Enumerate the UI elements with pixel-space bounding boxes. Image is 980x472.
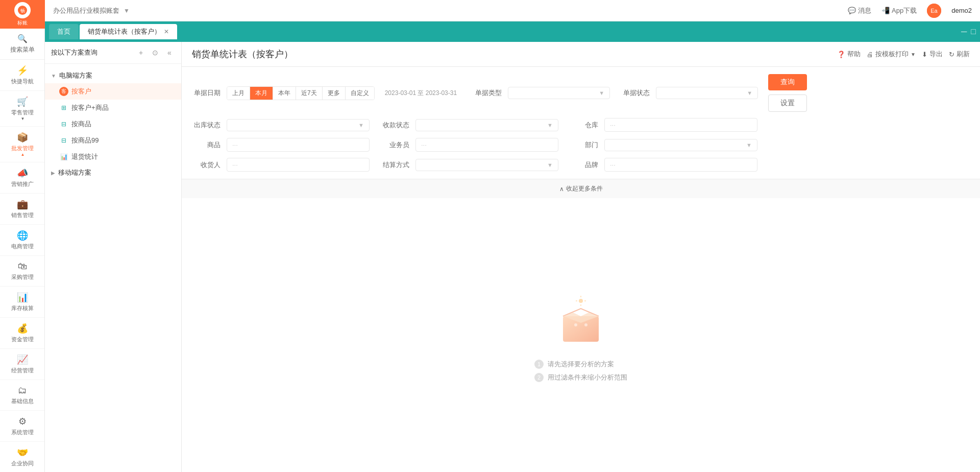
shortcut-icon: ⚡ [17, 65, 28, 76]
message-btn[interactable]: 💬 消息 [848, 6, 871, 15]
tab-close-icon[interactable]: ✕ [164, 28, 169, 35]
search-label: 搜索菜单 [0, 45, 44, 54]
empty-tip-1: 1 请先选择要分析的方案 [534, 360, 627, 369]
tree-item-return-stats[interactable]: 📊 退货统计 [45, 149, 181, 165]
app-download-label: App下载 [892, 6, 917, 15]
operations-icon: 📈 [17, 354, 28, 365]
tree-group-mobile-header[interactable]: ▶ 移动端方案 [45, 165, 181, 180]
this-month-btn[interactable]: 本月 [250, 87, 273, 100]
help-btn[interactable]: ❓ 帮助 [837, 50, 861, 59]
svg-point-9 [584, 323, 587, 326]
window-maximize-btn[interactable]: □ [971, 27, 976, 36]
last-month-btn[interactable]: 上月 [227, 87, 250, 100]
tree-group-pc: ▼ 电脑端方案 客 按客户 ⊞ 按客户+商品 ⊟ 按商品 [45, 68, 181, 165]
sidebar-item-operations[interactable]: 📈 经营管理 [0, 349, 44, 380]
tree-item-by-goods-99[interactable]: ⊟ 按商品99 [45, 132, 181, 149]
sidebar-nav: ⚡ 快捷导航 🛒 零售管理 ▼ 📦 批发管理 ▲ 📣 营销推广 💼 销售管理 🌐… [0, 60, 44, 472]
collapse-btn[interactable]: ∧ 收起更多条件 [555, 182, 607, 195]
marketing-icon: 📣 [17, 168, 28, 179]
tab-sales-stat[interactable]: 销货单统计表（按客户） ✕ [80, 24, 177, 39]
sidebar-item-retail[interactable]: 🛒 零售管理 ▼ [0, 91, 44, 127]
sidebar-item-basic[interactable]: 🗂 基础信息 [0, 380, 44, 411]
main-area: 办公用品行业模拟账套 ▼ 💬 消息 📲 App下载 demo2 首页 销货单统计… [45, 0, 980, 472]
pc-group-arrow: ▼ [51, 73, 56, 79]
refresh-btn[interactable]: ↻ 刷新 [949, 50, 970, 59]
sidebar-item-system[interactable]: ⚙ 系统管理 [0, 411, 44, 442]
user-avatar[interactable] [927, 4, 941, 18]
sidebar-item-marketing[interactable]: 📣 营销推广 [0, 162, 44, 194]
page-title: 销货单统计表（按客户） [192, 48, 293, 66]
brand-label: 品牌 [570, 160, 598, 170]
tip-2-num: 2 [534, 373, 544, 382]
sidebar-item-sales[interactable]: 💼 销售管理 [0, 194, 44, 225]
sidebar-item-wholesale[interactable]: 📦 批发管理 ▲ [0, 127, 44, 162]
sidebar-search[interactable]: 🔍 搜索菜单 [0, 29, 44, 60]
custom-btn[interactable]: 自定义 [346, 87, 374, 100]
shortcut-label: 快捷导航 [11, 78, 34, 85]
tree-item-by-customer[interactable]: 客 按客户 [45, 83, 181, 100]
department-select[interactable]: ▼ [604, 139, 757, 151]
doc-status-dropdown-icon: ▼ [747, 90, 752, 96]
doc-type-select[interactable]: ▼ [508, 87, 610, 99]
doc-status-label: 单据状态 [621, 88, 650, 98]
staff-placeholder: ··· [421, 141, 427, 149]
wholesale-label: 批发管理 [11, 145, 34, 152]
ecommerce-label: 电商管理 [11, 243, 34, 250]
collapse-row: ∧ 收起更多条件 [182, 179, 980, 198]
sidebar-logo[interactable]: 畅 标账 [0, 0, 45, 29]
print-btn[interactable]: 🖨 按模板打印 ▼ [867, 50, 916, 59]
recipient-label: 收货人 [192, 160, 220, 170]
sidebar-item-finance[interactable]: 💰 资金管理 [0, 318, 44, 349]
date-range: 2023-03-01 至 2023-03-31 [385, 89, 457, 98]
logo-text: 标账 [17, 19, 28, 27]
date-selector: 上月 本月 本年 近7天 更多 自定义 [227, 86, 375, 100]
by-goods-99-label: 按商品99 [71, 136, 99, 145]
window-minimize-btn[interactable]: ─ [961, 27, 967, 36]
by-goods-icon: ⊟ [59, 120, 68, 129]
tab-home[interactable]: 首页 [49, 24, 79, 39]
more-btn[interactable]: 更多 [323, 87, 346, 100]
scheme-tree: ▼ 电脑端方案 客 按客户 ⊞ 按客户+商品 ⊟ 按商品 [45, 64, 181, 472]
user-name[interactable]: demo2 [951, 7, 972, 14]
sidebar-item-purchase[interactable]: 🛍 采购管理 [0, 256, 44, 287]
sales-icon: 💼 [17, 199, 28, 210]
doc-type-dropdown-icon: ▼ [599, 90, 604, 96]
payment-method-select[interactable]: ▼ [415, 159, 558, 171]
out-status-select[interactable]: ▼ [227, 119, 370, 131]
goods-select[interactable]: ··· [227, 138, 370, 152]
by-customer-icon: 客 [59, 87, 68, 96]
sidebar-item-ecommerce[interactable]: 🌐 电商管理 [0, 225, 44, 256]
this-year-btn[interactable]: 本年 [273, 87, 296, 100]
last-7-days-btn[interactable]: 近7天 [296, 87, 323, 100]
scheme-settings-btn[interactable]: ⊙ [150, 47, 161, 58]
settings-btn[interactable]: 设置 [768, 95, 807, 112]
finance-label: 资金管理 [11, 336, 34, 343]
inventory-icon: 📊 [17, 292, 28, 303]
scheme-collapse-btn[interactable]: « [164, 47, 175, 58]
recipient-select[interactable]: ··· [227, 158, 370, 172]
empty-tips: 1 请先选择要分析的方案 2 用过滤条件来缩小分析范围 [534, 360, 627, 382]
message-label: 消息 [858, 6, 871, 15]
goods-placeholder: ··· [232, 141, 238, 149]
tip-1-num: 1 [534, 360, 544, 369]
sidebar-item-cooperation[interactable]: 🤝 企业协同 [0, 442, 44, 472]
scheme-add-btn[interactable]: + [135, 47, 146, 58]
svg-text:畅: 畅 [20, 8, 24, 13]
payment-status-select[interactable]: ▼ [415, 119, 558, 131]
warehouse-select[interactable]: ··· [604, 118, 757, 132]
sidebar-item-inventory[interactable]: 📊 库存核算 [0, 287, 44, 318]
topbar-dropdown[interactable]: ▼ [124, 7, 130, 14]
export-btn[interactable]: ⬇ 导出 [922, 50, 943, 59]
tree-item-by-goods[interactable]: ⊟ 按商品 [45, 116, 181, 132]
doc-status-select[interactable]: ▼ [656, 87, 758, 99]
tree-group-pc-header[interactable]: ▼ 电脑端方案 [45, 68, 181, 83]
department-dropdown-icon: ▼ [746, 142, 752, 148]
app-download-btn[interactable]: 📲 App下载 [881, 6, 917, 15]
staff-select[interactable]: ··· [415, 138, 558, 152]
query-btn[interactable]: 查询 [768, 74, 807, 90]
department-label: 部门 [570, 140, 598, 150]
brand-select[interactable]: ··· [604, 158, 757, 172]
tree-item-by-customer-goods[interactable]: ⊞ 按客户+商品 [45, 100, 181, 116]
sidebar-item-shortcut[interactable]: ⚡ 快捷导航 [0, 60, 44, 91]
payment-status-label: 收款状态 [381, 121, 409, 130]
